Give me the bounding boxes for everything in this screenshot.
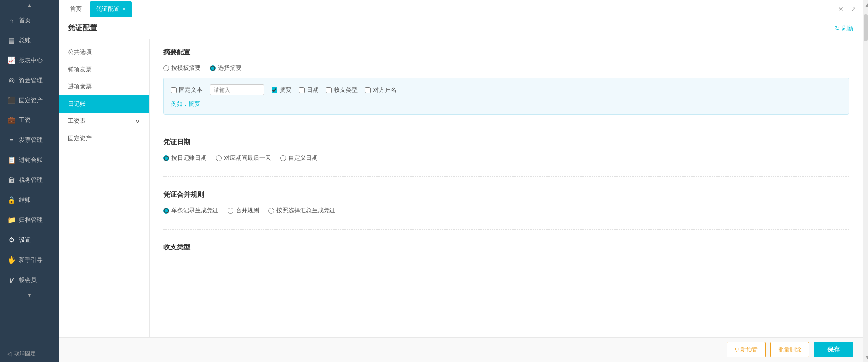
sidebar-item-purchase-sales[interactable]: 📋 进销台账 [0, 150, 59, 170]
page-title: 凭证配置 [68, 24, 97, 33]
sidebar-item-label: 总账 [19, 36, 31, 44]
finance-icon: ◎ [7, 76, 15, 84]
checkbox-fixed-text-input[interactable] [171, 87, 177, 93]
tab-close-icon[interactable]: × [122, 6, 126, 12]
pin-icon: ◁ [7, 351, 11, 357]
refresh-icon: ↻ [835, 25, 840, 32]
tab-home[interactable]: 首页 [63, 1, 88, 17]
radio-journal-date-input[interactable] [163, 155, 169, 161]
sidebar-item-fixed-assets[interactable]: ⬛ 固定资产 [0, 90, 59, 110]
checkbox-fixed-text[interactable]: 固定文本 [171, 86, 203, 94]
window-resize-button[interactable]: ⤢ [849, 4, 858, 15]
radio-template-summary[interactable]: 按模板摘要 [163, 64, 201, 72]
sidebar-item-archive[interactable]: 📁 归档管理 [0, 210, 59, 230]
radio-template-input[interactable] [163, 65, 169, 71]
sidebar-item-label: 结账 [19, 196, 31, 204]
radio-single[interactable]: 单条记录生成凭证 [163, 206, 218, 215]
sidebar-item-salary[interactable]: 💼 工资 [0, 110, 59, 130]
radio-batch[interactable]: 按照选择汇总生成凭证 [268, 206, 335, 215]
sidebar-item-home[interactable]: ⌂ 首页 [0, 10, 59, 30]
global-scrollbar[interactable]: ▲ ▼ [863, 0, 868, 362]
radio-last-day[interactable]: 对应期间最后一天 [216, 154, 271, 162]
tab-actions: ✕ ⤢ [836, 4, 858, 15]
fixed-text-input[interactable] [210, 84, 264, 95]
ledger-icon: ▤ [7, 36, 15, 44]
radio-custom-date-input[interactable] [280, 155, 286, 161]
scroll-down-arrow[interactable]: ▼ [863, 352, 868, 362]
merge-rule-radio-group: 单条记录生成凭证 合并规则 按照选择汇总生成凭证 [163, 206, 849, 215]
summary-example: 例如：摘要 [171, 100, 841, 108]
radio-last-day-input[interactable] [216, 155, 222, 161]
tax-icon: 🏛 [7, 176, 15, 184]
sidebar-unpin-button[interactable]: ◁ 取消固定 [0, 345, 59, 362]
sidebar-item-label: 新手引导 [19, 256, 43, 264]
left-nav-item-public[interactable]: 公共选项 [59, 44, 149, 61]
scroll-thumb[interactable] [864, 14, 868, 41]
checkbox-counterpart-input[interactable] [365, 87, 371, 93]
page: 凭证配置 ↻ 刷新 公共选项 销项发票 进项发票 日记账 [59, 18, 863, 362]
radio-journal-date[interactable]: 按日记账日期 [163, 154, 207, 162]
right-content: 摘要配置 按模板摘要 选择摘要 [150, 39, 863, 337]
save-button[interactable]: 保存 [814, 342, 853, 357]
purchase-sales-icon: 📋 [7, 156, 15, 164]
left-nav-item-purchase-invoice[interactable]: 进项发票 [59, 78, 149, 95]
left-nav-item-payroll[interactable]: 工资表 ∨ [59, 113, 149, 130]
checkbox-summary[interactable]: 摘要 [272, 86, 291, 94]
checkbox-date[interactable]: 日期 [299, 86, 319, 94]
sidebar-item-vip[interactable]: V 畅会员 [0, 270, 59, 290]
voucher-date-radio-group: 按日记账日期 对应期间最后一天 自定义日期 [163, 154, 849, 162]
radio-merge-input[interactable] [228, 208, 233, 214]
invoice-icon: ≡ [7, 137, 15, 144]
update-preview-button[interactable]: 更新预置 [727, 342, 766, 357]
sidebar-item-label: 税务管理 [19, 176, 43, 184]
summary-options-row: 固定文本 摘要 日期 [171, 84, 841, 95]
checkbox-summary-input[interactable] [272, 87, 277, 93]
sidebar-scroll-down[interactable]: ▼ [0, 290, 59, 300]
summary-config-section: 摘要配置 按模板摘要 选择摘要 [163, 48, 849, 124]
summary-config-title: 摘要配置 [163, 48, 849, 57]
radio-select-summary[interactable]: 选择摘要 [210, 64, 242, 72]
sidebar-item-guide[interactable]: 🖐 新手引导 [0, 250, 59, 270]
tab-bar: 首页 凭证配置 × ✕ ⤢ [59, 0, 863, 18]
checkbox-counterpart[interactable]: 对方户名 [365, 86, 397, 94]
sidebar-item-ledger[interactable]: ▤ 总账 [0, 30, 59, 50]
radio-single-input[interactable] [163, 208, 169, 214]
sidebar-item-label: 进销台账 [19, 156, 43, 164]
report-icon: 📈 [7, 56, 15, 64]
sidebar-item-close[interactable]: 🔒 结账 [0, 190, 59, 210]
left-nav-item-fixed-assets[interactable]: 固定资产 [59, 130, 149, 147]
radio-merge[interactable]: 合并规则 [228, 206, 259, 215]
sidebar-item-report[interactable]: 📈 报表中心 [0, 50, 59, 70]
sidebar-item-finance[interactable]: ◎ 资金管理 [0, 70, 59, 90]
sidebar-item-invoice[interactable]: ≡ 发票管理 [0, 130, 59, 150]
sidebar-item-settings[interactable]: ⚙ 设置 [0, 230, 59, 250]
left-nav-item-sales-invoice[interactable]: 销项发票 [59, 61, 149, 78]
page-header: 凭证配置 ↻ 刷新 [59, 18, 863, 39]
sidebar-item-tax[interactable]: 🏛 税务管理 [0, 170, 59, 190]
tab-voucher-config[interactable]: 凭证配置 × [90, 1, 132, 17]
summary-options-box: 固定文本 摘要 日期 [163, 78, 849, 115]
chevron-down-icon: ∨ [136, 118, 140, 125]
window-close-button[interactable]: ✕ [836, 4, 845, 15]
left-nav-item-journal[interactable]: 日记账 [59, 95, 149, 113]
guide-icon: 🖐 [7, 256, 15, 264]
sidebar-item-label: 设置 [19, 236, 31, 244]
settings-icon: ⚙ [7, 236, 15, 244]
checkbox-date-input[interactable] [299, 87, 305, 93]
sidebar-scroll-up[interactable]: ▲ [0, 0, 59, 10]
income-type-section: 收支类型 [163, 243, 849, 268]
voucher-date-section: 凭证日期 按日记账日期 对应期间最后一天 自定义日期 [163, 138, 849, 177]
radio-custom-date[interactable]: 自定义日期 [280, 154, 318, 162]
batch-delete-button[interactable]: 批量删除 [770, 342, 809, 357]
close-books-icon: 🔒 [7, 196, 15, 204]
main-content: 首页 凭证配置 × ✕ ⤢ 凭证配置 ↻ 刷新 公共选项 [59, 0, 863, 362]
radio-select-input[interactable] [210, 65, 216, 71]
radio-batch-input[interactable] [268, 208, 274, 214]
home-icon: ⌂ [7, 17, 15, 24]
fixed-assets-icon: ⬛ [7, 96, 15, 104]
scroll-up-arrow[interactable]: ▲ [863, 0, 868, 10]
refresh-button[interactable]: ↻ 刷新 [835, 24, 853, 33]
left-nav: 公共选项 销项发票 进项发票 日记账 工资表 ∨ 固定资产 [59, 39, 150, 337]
checkbox-income-type[interactable]: 收支类型 [326, 86, 358, 94]
checkbox-income-type-input[interactable] [326, 87, 332, 93]
